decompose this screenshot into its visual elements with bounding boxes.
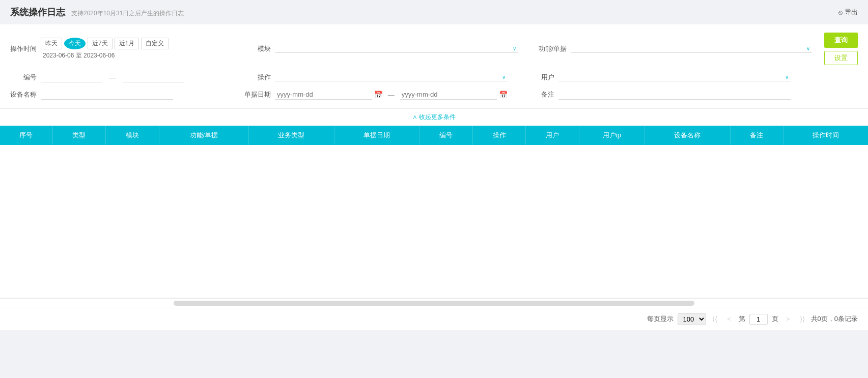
- next-page-button[interactable]: ＞: [782, 313, 794, 325]
- remark-input[interactable]: [558, 90, 791, 100]
- settings-button[interactable]: 设置: [824, 51, 858, 65]
- empty-row: [0, 145, 868, 298]
- filter-row-1: 操作时间 昨天 今天 近7天 近1月 自定义 2023-06-06 至 2023…: [10, 33, 858, 65]
- page-input[interactable]: [749, 314, 768, 325]
- table-head: 序号 类型 模块 功能/单据 业务类型 单据日期 编号 操作 用户 用户ip 设…: [0, 126, 868, 145]
- col-biztype: 业务类型: [249, 126, 334, 145]
- time-btn-7days[interactable]: 近7天: [88, 38, 113, 49]
- action-buttons: 查询 设置: [824, 33, 858, 65]
- function-chevron-icon: ∨: [806, 46, 810, 51]
- date-to-input[interactable]: [400, 90, 497, 100]
- col-device: 设备名称: [645, 126, 730, 145]
- pagination-bar: 每页显示 100 50 200 ⟨⟨ ＜ 第 页 ＞ ⟩⟩ 共0页，0条记录: [0, 308, 868, 330]
- calendar-to-icon[interactable]: 📅: [499, 91, 508, 99]
- col-number: 编号: [419, 126, 472, 145]
- collapse-bar[interactable]: ∧ 收起更多条件: [0, 108, 868, 126]
- user-select[interactable]: ∨: [558, 73, 791, 81]
- page-suffix: 页: [772, 314, 778, 324]
- function-select[interactable]: ∨: [571, 45, 812, 53]
- date-dash: —: [388, 91, 395, 99]
- export-icon: ⎋: [838, 9, 843, 16]
- col-remark: 备注: [730, 126, 783, 145]
- table-body: [0, 145, 868, 298]
- remark-label: 备注: [528, 90, 554, 99]
- device-filter-item: 设备名称: [10, 90, 224, 100]
- table-header-row: 序号 类型 模块 功能/单据 业务类型 单据日期 编号 操作 用户 用户ip 设…: [0, 126, 868, 145]
- empty-cell: [0, 145, 868, 298]
- page-size-select[interactable]: 100 50 200: [678, 313, 706, 325]
- operation-chevron-icon: ∨: [502, 74, 506, 80]
- time-range: 2023-06-06 至 2023-06-06: [43, 51, 169, 60]
- time-btn-custom[interactable]: 自定义: [141, 38, 169, 49]
- number-dash: —: [109, 74, 116, 81]
- query-button[interactable]: 查询: [824, 33, 858, 48]
- voucher-date-label: 单据日期: [244, 90, 271, 99]
- export-button[interactable]: ⎋ 导出: [838, 8, 858, 17]
- number-label: 编号: [10, 73, 37, 82]
- user-label: 用户: [528, 73, 554, 82]
- col-function: 功能/单据: [159, 126, 248, 145]
- col-module: 模块: [106, 126, 159, 145]
- last-page-button[interactable]: ⟩⟩: [798, 314, 807, 324]
- voucher-date-filter-item: 单据日期 📅 — 📅: [244, 90, 508, 100]
- user-filter-item: 用户 ∨: [528, 73, 791, 82]
- col-voucherdate: 单据日期: [334, 126, 419, 145]
- number-input-to[interactable]: [123, 72, 184, 82]
- operation-select[interactable]: ∨: [275, 73, 508, 81]
- collapse-button[interactable]: ∧ 收起更多条件: [412, 113, 456, 122]
- export-label: 导出: [845, 8, 858, 17]
- col-operation: 操作: [472, 126, 525, 145]
- page-subtitle: 支持2020年10月31日之后产生的操作日志: [71, 9, 184, 18]
- module-select[interactable]: ∨: [275, 45, 518, 53]
- operation-filter-item: 操作 ∨: [244, 73, 508, 82]
- time-btn-yesterday[interactable]: 昨天: [41, 38, 62, 49]
- collapse-label: 收起更多条件: [419, 113, 456, 121]
- col-userip: 用户ip: [579, 126, 645, 145]
- filter-row-2: 编号 — 操作 ∨ 用户 ∨: [10, 72, 858, 82]
- filter-row-3: 设备名称 单据日期 📅 — 📅 备注: [10, 90, 858, 100]
- page-label: 第: [739, 314, 745, 324]
- data-table: 序号 类型 模块 功能/单据 业务类型 单据日期 编号 操作 用户 用户ip 设…: [0, 126, 868, 298]
- date-from-input[interactable]: [275, 90, 372, 100]
- module-label: 模块: [244, 44, 271, 53]
- first-page-button[interactable]: ⟨⟨: [710, 314, 719, 324]
- page-total: 共0页，0条记录: [811, 314, 858, 324]
- device-input[interactable]: [41, 90, 173, 100]
- operation-label: 操作: [244, 73, 271, 82]
- time-buttons: 昨天 今天 近7天 近1月 自定义: [41, 38, 169, 49]
- device-label: 设备名称: [10, 90, 37, 99]
- page-header: 系统操作日志 支持2020年10月31日之后产生的操作日志 ⎋ 导出: [0, 0, 868, 24]
- col-user: 用户: [526, 126, 579, 145]
- page-title: 系统操作日志: [10, 6, 65, 18]
- function-label: 功能/单据: [539, 44, 567, 53]
- time-filter-item: 操作时间 昨天 今天 近7天 近1月 自定义 2023-06-06 至 2023…: [10, 38, 224, 60]
- scrollbar-wrap[interactable]: [0, 298, 868, 308]
- calendar-from-icon[interactable]: 📅: [374, 91, 383, 99]
- number-input-from[interactable]: [41, 72, 102, 82]
- prev-page-button[interactable]: ＜: [723, 313, 735, 325]
- module-filter-item: 模块 ∨: [244, 44, 518, 53]
- table-wrap: 序号 类型 模块 功能/单据 业务类型 单据日期 编号 操作 用户 用户ip 设…: [0, 126, 868, 298]
- time-btn-1month[interactable]: 近1月: [115, 38, 139, 49]
- header-left: 系统操作日志 支持2020年10月31日之后产生的操作日志: [10, 6, 184, 18]
- filter-panel: 操作时间 昨天 今天 近7天 近1月 自定义 2023-06-06 至 2023…: [0, 24, 868, 108]
- number-filter-item: 编号 —: [10, 72, 224, 82]
- user-chevron-icon: ∨: [785, 74, 789, 80]
- time-label: 操作时间: [10, 44, 37, 53]
- function-filter-item: 功能/单据 ∨: [539, 44, 813, 53]
- col-index: 序号: [0, 126, 52, 145]
- date-range-wrap: 📅 — 📅: [275, 90, 508, 100]
- time-btn-today[interactable]: 今天: [64, 38, 86, 49]
- col-optime: 操作时间: [783, 126, 868, 145]
- time-filter: 昨天 今天 近7天 近1月 自定义 2023-06-06 至 2023-06-0…: [41, 38, 169, 60]
- collapse-icon: ∧: [412, 113, 417, 121]
- scrollbar-inner[interactable]: [174, 301, 694, 306]
- remark-filter-item: 备注: [528, 90, 791, 100]
- per-page-label: 每页显示: [647, 314, 674, 324]
- module-chevron-icon: ∨: [513, 46, 516, 51]
- col-type: 类型: [52, 126, 105, 145]
